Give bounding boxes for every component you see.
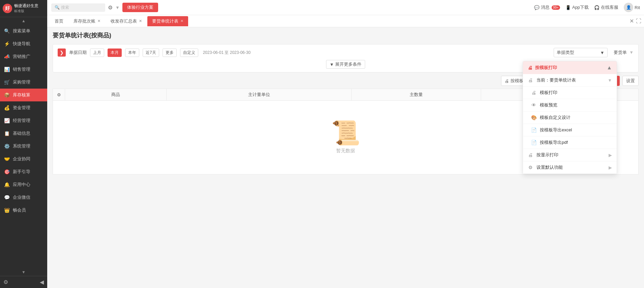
app-download-item[interactable]: 📱 App下载 — [565, 4, 589, 10]
logo-text-block: 畅捷通好生意 标准版 — [14, 3, 38, 13]
headset-icon: 🎧 — [594, 5, 599, 10]
sidebar-item-wechat[interactable]: 💬 企业微信 — [0, 191, 47, 204]
topbar-dropdown-icon[interactable]: ▼ — [115, 5, 120, 10]
sidebar-item-business[interactable]: 📈 经营管理 — [0, 114, 47, 127]
trial-btn[interactable]: 体验行业方案 — [122, 3, 158, 12]
sidebar-item-basic[interactable]: 📋 基础信息 — [0, 127, 47, 140]
print-icon: 🖨 — [505, 78, 509, 84]
dropdown-item-template-print[interactable]: 🖨 模板打印 — [523, 87, 617, 99]
tabs-bar: 首页 库存批次账 ✕ 收发存汇总表 ✕ 要货单统计表 ✕ ✕ ⛶ — [47, 15, 644, 27]
flash-icon: ⚡ — [3, 41, 10, 46]
date-prev-btn[interactable]: 上月 — [90, 49, 104, 57]
print-header-icon: 🖨 — [528, 65, 532, 70]
dropdown-header: 🖨 按模板打印 ▲ — [523, 61, 617, 74]
tab-close-all-icon[interactable]: ✕ — [630, 18, 634, 24]
required-goods-label: 要货单 ▼ — [614, 50, 634, 56]
sidebar-item-sales[interactable]: 📊 销售管理 — [0, 63, 47, 76]
tab-order-stats[interactable]: 要货单统计表 ✕ — [147, 16, 188, 26]
dropdown-item-template-preview[interactable]: 👁 模板预览 — [523, 99, 617, 111]
settings-btn[interactable]: 设置 — [622, 76, 639, 86]
dropdown-item-template-design[interactable]: 🎨 模板自定义设计 — [523, 111, 617, 124]
sidebar-item-label: 销售管理 — [13, 66, 30, 72]
search-placeholder: 搜索 — [61, 5, 69, 10]
dropdown-item-export-excel[interactable]: 📄 按模板导出excel — [523, 124, 617, 136]
settings-bottom-icon[interactable]: ⚙ — [3, 279, 8, 285]
sidebar-item-member[interactable]: 👑 畅会员 — [0, 204, 47, 217]
topbar-search-box[interactable]: 🔍 搜索 — [51, 3, 105, 12]
sidebar-item-label: 基础信息 — [13, 130, 30, 136]
sidebar-item-finance[interactable]: 💰 资金管理 — [0, 101, 47, 114]
sidebar-item-label: 企业协同 — [13, 156, 30, 162]
notification-icon: 💬 — [534, 5, 539, 10]
tab-inventory-batch[interactable]: 库存批次账 ✕ — [69, 16, 105, 26]
date-year-btn[interactable]: 本年 — [125, 49, 139, 57]
notification-item[interactable]: 💬 消息 99+ — [534, 4, 560, 10]
sidebar-item-marketing[interactable]: 📣 营销推广 — [0, 50, 47, 63]
sidebar-item-appstore[interactable]: 🔔 应用中心 — [0, 178, 47, 191]
tab-order-stats-close[interactable]: ✕ — [180, 19, 183, 23]
sidebar-item-cooperation[interactable]: 🤝 企业协同 — [0, 153, 47, 165]
filter-collapse-btn[interactable]: ❯ — [58, 49, 66, 57]
user-item[interactable]: 👤 Rit — [624, 3, 640, 12]
scroll-down-btn[interactable]: ▼ — [0, 268, 47, 276]
scroll-up-btn[interactable]: ▲ — [0, 17, 47, 25]
template-preview-label: 模板预览 — [540, 102, 557, 108]
display-print-icon: 🖨 — [528, 152, 533, 158]
dropdown-item-default-func[interactable]: ⚙ 设置默认功能 ▶ — [523, 161, 617, 174]
template-print-icon: 🖨 — [531, 90, 536, 95]
purchase-icon: 🛒 — [3, 79, 10, 85]
tab-end-controls: ✕ ⛶ — [630, 18, 641, 24]
search-icon: 🔍 — [55, 5, 60, 10]
sidebar-item-system[interactable]: ⚙️ 系统管理 — [0, 140, 47, 153]
sidebar-item-label: 经营管理 — [13, 118, 30, 124]
user-name: Rit — [635, 5, 640, 10]
tab-expand-icon[interactable]: ⛶ — [636, 18, 641, 24]
export-pdf-label: 按模板导出pdf — [540, 139, 568, 146]
col-settings[interactable]: ⚙ — [53, 89, 65, 101]
tab-receipt-summary[interactable]: 收发存汇总表 ✕ — [106, 16, 147, 26]
online-service-item[interactable]: 🎧 在线客服 — [594, 4, 618, 10]
notification-badge: 99+ — [552, 5, 560, 10]
topbar-left: 🔍 搜索 ⚙ ▼ 体验行业方案 — [51, 3, 158, 12]
date-more-btn[interactable]: 更多 — [163, 49, 177, 57]
dropdown-item-export-pdf[interactable]: 📄 按模板导出pdf — [523, 136, 617, 149]
sidebar-item-inventory[interactable]: 📦 库存核算 — [0, 89, 47, 101]
date-custom-btn[interactable]: 自定义 — [180, 49, 198, 57]
sidebar-item-purchase[interactable]: 🛒 采购管理 — [0, 76, 47, 89]
sidebar-item-label: 畅会员 — [13, 207, 26, 213]
printer-small-icon: 🖨 — [528, 77, 533, 83]
export-excel-icon: 📄 — [531, 127, 536, 133]
sales-icon: 📊 — [3, 67, 10, 72]
date-7days-btn[interactable]: 近7天 — [143, 49, 159, 57]
tab-order-stats-label: 要货单统计表 — [152, 18, 178, 24]
tab-home[interactable]: 首页 — [50, 16, 68, 26]
tab-inventory-batch-close[interactable]: ✕ — [97, 19, 100, 23]
guide-icon: 🎯 — [3, 169, 10, 174]
sidebar-item-search[interactable]: 🔍 搜索菜单 — [0, 25, 47, 37]
sidebar-item-quick-nav[interactable]: ⚡ 快捷导航 — [0, 37, 47, 50]
system-icon: ⚙️ — [3, 143, 10, 149]
dropdown-current-template[interactable]: 🖨 当前：要货单统计表 ▼ — [523, 74, 617, 87]
required-goods-text: 要货单 — [614, 50, 627, 55]
date-current-btn[interactable]: 本月 — [108, 49, 122, 57]
sidebar-item-guide[interactable]: 🎯 新手引导 — [0, 165, 47, 178]
dropdown-item-display-print[interactable]: 🖨 按显示打印 ▶ — [523, 149, 617, 161]
collapse-icon[interactable]: ◀ — [40, 279, 44, 285]
required-goods-dropdown-icon[interactable]: ▼ — [629, 50, 634, 55]
topbar-settings-icon[interactable]: ⚙ — [108, 4, 113, 11]
current-template-arrow: ▼ — [608, 78, 612, 83]
expand-more-btn[interactable]: ▼ 展开更多条件 — [326, 60, 365, 69]
app-download-label: App下载 — [572, 4, 589, 10]
template-print-label: 模板打印 — [540, 90, 557, 96]
main-area: 🔍 搜索 ⚙ ▼ 体验行业方案 💬 消息 99+ 📱 App下载 🎧 在线客服 — [47, 0, 644, 288]
col-quantity: 主数量 — [352, 89, 481, 101]
doc-type-dropdown[interactable]: 单据类型 ▼ — [554, 48, 608, 57]
tab-receipt-summary-close[interactable]: ✕ — [139, 19, 142, 23]
sidebar-item-label: 采购管理 — [13, 79, 30, 85]
chevron-down-icon: ▼ — [330, 62, 334, 67]
date-filter-label: 单据日期 — [69, 50, 87, 56]
dropdown-close-btn[interactable]: ▲ — [607, 65, 612, 71]
dropdown-arrow-icon: ▼ — [600, 50, 605, 55]
online-service-label: 在线客服 — [601, 4, 618, 10]
empty-text: 暂无数据 — [336, 148, 355, 154]
